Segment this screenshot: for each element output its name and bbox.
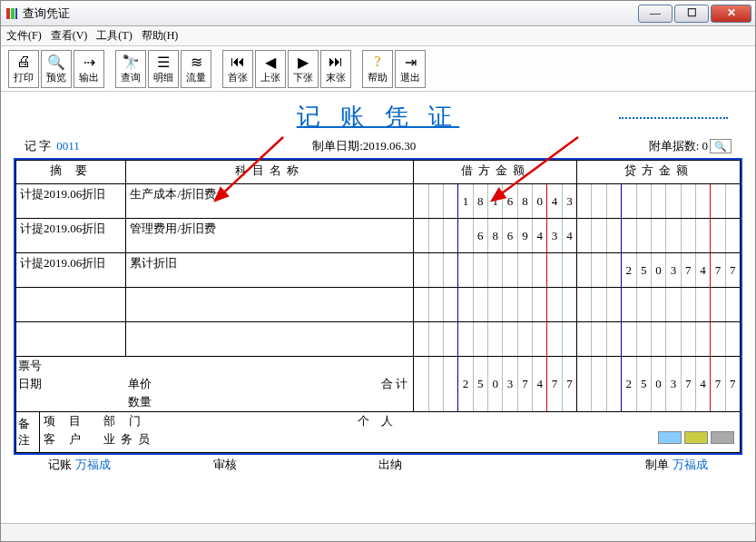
col-credit: 贷方金额: [577, 161, 741, 184]
credit-cell: [577, 288, 741, 322]
debit-cell: 18168043: [414, 184, 577, 219]
ticket-label: 票号: [16, 357, 62, 375]
attach-label: 附单据数:: [649, 139, 700, 153]
table-row[interactable]: [16, 288, 741, 322]
summary-cell: 计提2019.06折旧: [16, 184, 126, 219]
subject-cell: 生产成本/折旧费: [126, 184, 414, 219]
col-summary: 摘 要: [16, 161, 126, 184]
query-button[interactable]: 🔭查询: [115, 50, 146, 88]
help-button[interactable]: ?帮助: [362, 50, 393, 88]
person-label: 个 人: [358, 413, 539, 429]
debit-cell: [414, 253, 577, 288]
content-area: 记 账 凭 证 记 字 0011 制单日期:2019.06.30 附单据数: 0…: [1, 92, 755, 500]
summary-cell: 计提2019.06折旧: [16, 253, 126, 288]
table-row[interactable]: 计提2019.06折旧生产成本/折旧费18168043: [16, 184, 741, 219]
preview-icon: 🔍: [47, 53, 65, 71]
print-button[interactable]: 🖨打印: [8, 50, 39, 88]
next-button[interactable]: ▶下张: [288, 50, 319, 88]
project-label: 项 目: [40, 413, 103, 429]
mini-icons: [658, 431, 741, 448]
total-label: 合 计: [219, 375, 414, 393]
qty-label: 数量: [62, 393, 219, 411]
help-icon: ?: [374, 53, 380, 71]
titlebar: 查询凭证 — ☐ ✕: [1, 1, 755, 26]
flow-icon: ≋: [191, 53, 202, 71]
signature-row: 记账万福成 审核 出纳 制单万福成: [12, 455, 744, 473]
binoculars-icon: 🔭: [122, 53, 140, 71]
detail-button[interactable]: ☰明细: [148, 50, 179, 88]
close-button[interactable]: ✕: [711, 5, 751, 23]
voucher-footer: 备注 项 目 部 门 个 人 客 户 业务员: [16, 412, 740, 452]
col-debit: 借方金额: [414, 161, 577, 184]
credit-cell: [577, 322, 741, 357]
debit-cell: [414, 322, 577, 357]
summary-cell: [16, 288, 126, 322]
exit-button[interactable]: ⇥退出: [395, 50, 426, 88]
sig-cashier: 出纳: [378, 458, 402, 471]
credit-cell: [577, 184, 741, 219]
attach-count: 0: [702, 139, 709, 153]
prev-icon: ◀: [265, 53, 276, 71]
menubar: 文件(F) 查看(V) 工具(T) 帮助(H): [1, 26, 755, 46]
svg-rect-1: [11, 8, 15, 19]
subject-cell: 累计折旧: [126, 253, 414, 288]
menu-view[interactable]: 查看(V): [51, 28, 88, 44]
first-button[interactable]: ⏮首张: [222, 50, 253, 88]
voucher-date: 2019.06.30: [363, 139, 417, 153]
first-icon: ⏮: [231, 53, 245, 71]
maximize-button[interactable]: ☐: [674, 5, 709, 23]
mini-icon-1[interactable]: [658, 431, 682, 444]
remark-label: 备注: [16, 412, 40, 452]
sig-maker: 制单: [645, 458, 669, 471]
zoom-icon[interactable]: 🔍: [710, 139, 731, 153]
debit-cell: [414, 288, 577, 322]
char-label: 记 字: [25, 138, 51, 154]
mini-icon-2[interactable]: [684, 431, 708, 444]
summary-cell: 计提2019.06折旧: [16, 219, 126, 253]
sig-audit: 审核: [213, 458, 237, 471]
preview-button[interactable]: 🔍预览: [41, 50, 72, 88]
menu-tool[interactable]: 工具(T): [96, 28, 132, 44]
subject-cell: [126, 322, 414, 357]
exit-icon: ⇥: [405, 53, 417, 71]
mini-icon-3[interactable]: [711, 431, 734, 444]
table-row[interactable]: 计提2019.06折旧管理费用/折旧费6869434: [16, 219, 741, 253]
minimize-button[interactable]: —: [638, 5, 673, 23]
voucher-box: 摘 要 科目名称 借方金额 贷方金额 计提2019.06折旧生产成本/折旧费18…: [14, 158, 742, 455]
sum-date-label: 日期: [16, 375, 62, 393]
statusbar: [1, 523, 755, 541]
app-icon: [5, 6, 19, 21]
col-subject: 科目名称: [126, 161, 414, 184]
toolbar: 🖨打印 🔍预览 ⇢输出 🔭查询 ☰明细 ≋流量 ⏮首张 ◀上张 ▶下张 ⏭末张 …: [1, 46, 755, 92]
svg-rect-0: [6, 8, 10, 19]
dept-label: 部 门: [103, 413, 358, 429]
summary-cell: [16, 322, 126, 357]
debit-total-cell: 25037477: [414, 357, 577, 412]
last-button[interactable]: ⏭末张: [320, 50, 351, 88]
window-controls: — ☐ ✕: [638, 5, 751, 23]
printer-icon: 🖨: [16, 53, 31, 71]
customer-label: 客 户: [40, 431, 103, 448]
sig-book: 记账: [48, 458, 72, 471]
credit-cell: 25037477: [577, 253, 741, 288]
menu-help[interactable]: 帮助(H): [142, 28, 179, 44]
window-title: 查询凭证: [23, 5, 638, 22]
detail-icon: ☰: [157, 53, 170, 71]
date-label: 制单日期:: [312, 139, 363, 153]
salesman-label: 业务员: [103, 431, 358, 448]
table-row[interactable]: [16, 322, 741, 357]
voucher-header: 记 字 0011 制单日期:2019.06.30 附单据数: 0🔍: [12, 138, 744, 158]
flow-button[interactable]: ≋流量: [181, 50, 211, 88]
prev-button[interactable]: ◀上张: [255, 50, 286, 88]
menu-file[interactable]: 文件(F): [6, 28, 42, 44]
debit-cell: 6869434: [414, 219, 577, 253]
decor-underline: [619, 117, 728, 119]
output-button[interactable]: ⇢输出: [74, 50, 104, 88]
subject-cell: [126, 288, 414, 322]
voucher-table: 摘 要 科目名称 借方金额 贷方金额 计提2019.06折旧生产成本/折旧费18…: [15, 160, 741, 453]
next-icon: ▶: [298, 53, 309, 71]
last-icon: ⏭: [329, 53, 343, 71]
table-row[interactable]: 计提2019.06折旧累计折旧25037477: [16, 253, 741, 288]
sig-book-name: 万福成: [75, 458, 111, 471]
voucher-number: 0011: [56, 139, 80, 153]
